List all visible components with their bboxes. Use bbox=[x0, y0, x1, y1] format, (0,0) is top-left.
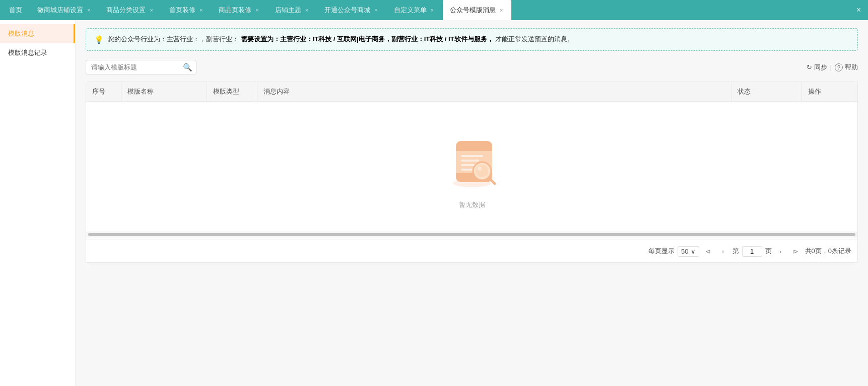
per-page-select[interactable]: 50 ∨ bbox=[678, 246, 699, 257]
tab-close-category[interactable]: × bbox=[149, 7, 154, 14]
empty-illustration bbox=[442, 132, 502, 192]
sync-button[interactable]: ↻ 同步 bbox=[807, 63, 827, 72]
tab-close-open-shop[interactable]: × bbox=[373, 7, 378, 14]
tab-close-shop-theme[interactable]: × bbox=[304, 7, 309, 14]
svg-rect-2 bbox=[461, 160, 479, 162]
scrollbar-thumb bbox=[88, 233, 855, 236]
page-label: 第 bbox=[732, 247, 739, 256]
last-page-button[interactable]: ⊳ bbox=[790, 245, 802, 257]
horizontal-scrollbar[interactable] bbox=[86, 231, 857, 238]
toolbar-divider: | bbox=[830, 63, 832, 71]
nav-tab-micro-shop[interactable]: 微商城店铺设置× bbox=[30, 0, 98, 20]
col-content: 消息内容 bbox=[257, 82, 731, 101]
toolbar-right: ↻ 同步 | ? 帮助 bbox=[807, 63, 858, 72]
search-icon[interactable]: 🔍 bbox=[183, 63, 192, 72]
sync-icon: ↻ bbox=[807, 63, 812, 71]
nav-tab-custom-menu[interactable]: 自定义菜单× bbox=[387, 0, 442, 20]
col-type: 模版类型 bbox=[207, 82, 257, 101]
top-nav: 首页微商城店铺设置×商品分类设置×首页装修×商品页装修×店铺主题×开通公众号商城… bbox=[0, 0, 868, 20]
help-button[interactable]: ? 帮助 bbox=[835, 63, 858, 72]
pagination: 每页显示 50 ∨ ⊲ ‹ 第 页 › ⊳ 共0页，0条记录 bbox=[86, 240, 857, 262]
empty-state: 暂无数据 bbox=[86, 102, 857, 229]
table-header: 序号 模版名称 模版类型 消息内容 状态 操作 bbox=[86, 82, 857, 102]
tab-close-product-deco[interactable]: × bbox=[254, 7, 259, 14]
svg-point-8 bbox=[478, 167, 482, 171]
search-bar: 🔍 ↻ 同步 | ? 帮助 bbox=[86, 60, 858, 74]
search-input-wrapper: 🔍 bbox=[86, 60, 196, 74]
col-name: 模版名称 bbox=[121, 82, 207, 101]
sidebar-item-template-record[interactable]: 模版消息记录 bbox=[0, 43, 75, 62]
nav-tab-open-shop[interactable]: 开通公众号商城× bbox=[317, 0, 385, 20]
main-layout: 模版消息模版消息记录 💡 您的公众号行业为：主营行业：，副营行业： 需要设置为：… bbox=[0, 20, 868, 386]
tab-close-micro-shop[interactable]: × bbox=[86, 7, 91, 14]
first-page-button[interactable]: ⊲ bbox=[702, 245, 714, 257]
per-page-label: 每页显示 bbox=[648, 247, 675, 256]
notice-text: 您的公众号行业为：主营行业：，副营行业： 需要设置为：主营行业：IT科技 / 互… bbox=[108, 35, 574, 44]
prev-page-button[interactable]: ‹ bbox=[717, 245, 729, 257]
col-status: 状态 bbox=[731, 82, 802, 101]
close-all-button[interactable]: × bbox=[851, 6, 866, 15]
notice-icon: 💡 bbox=[94, 35, 104, 44]
nav-tab-homepage-deco[interactable]: 首页装修× bbox=[162, 0, 211, 20]
tab-close-custom-menu[interactable]: × bbox=[430, 7, 435, 14]
tab-close-template-msg[interactable]: × bbox=[499, 7, 504, 14]
notice-box: 💡 您的公众号行业为：主营行业：，副营行业： 需要设置为：主营行业：IT科技 /… bbox=[86, 28, 858, 51]
svg-point-7 bbox=[476, 165, 488, 177]
col-seq: 序号 bbox=[86, 82, 121, 101]
next-page-button[interactable]: › bbox=[775, 245, 787, 257]
nav-tab-template-msg[interactable]: 公众号模版消息× bbox=[443, 0, 511, 20]
tab-close-homepage-deco[interactable]: × bbox=[198, 7, 204, 14]
nav-tab-category[interactable]: 商品分类设置× bbox=[99, 0, 161, 20]
table-wrapper: 序号 模版名称 模版类型 消息内容 状态 操作 bbox=[86, 82, 858, 263]
chevron-down-icon: ∨ bbox=[691, 248, 696, 255]
empty-text: 暂无数据 bbox=[459, 200, 485, 209]
search-input[interactable] bbox=[86, 60, 196, 74]
nav-tab-product-deco[interactable]: 商品页装修× bbox=[212, 0, 266, 20]
col-action: 操作 bbox=[802, 82, 857, 101]
page-end-label: 页 bbox=[765, 247, 772, 256]
nav-tab-home[interactable]: 首页 bbox=[2, 0, 29, 20]
sidebar: 模版消息模版消息记录 bbox=[0, 20, 76, 386]
sidebar-item-template-msg[interactable]: 模版消息 bbox=[0, 24, 75, 43]
main-content: 💡 您的公众号行业为：主营行业：，副营行业： 需要设置为：主营行业：IT科技 /… bbox=[76, 20, 868, 386]
help-icon: ? bbox=[835, 63, 843, 71]
nav-tab-shop-theme[interactable]: 店铺主题× bbox=[268, 0, 316, 20]
svg-rect-1 bbox=[461, 155, 483, 157]
scrollbar-track bbox=[88, 233, 855, 236]
total-label: 共0页，0条记录 bbox=[805, 247, 851, 256]
page-input[interactable] bbox=[742, 246, 762, 257]
